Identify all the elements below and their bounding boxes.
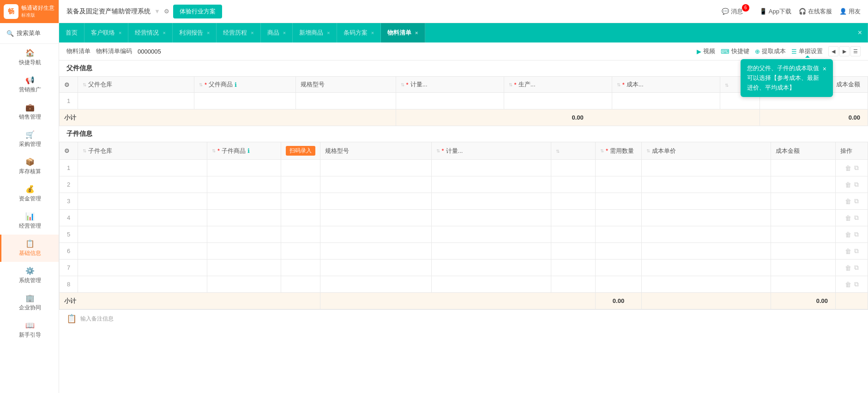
tab-new-product[interactable]: 新增商品 ×: [293, 23, 337, 42]
sidebar-item-finance[interactable]: 💰 资金管理: [0, 180, 59, 207]
nav-next-btn[interactable]: ▶: [839, 46, 850, 56]
sidebar-item-inventory[interactable]: 📦 库存核算: [0, 153, 59, 180]
child-row-7-spec[interactable]: [320, 260, 431, 276]
search-menu-button[interactable]: 🔍 搜索菜单: [4, 27, 55, 40]
child-row-1-unit[interactable]: [431, 160, 551, 176]
child-row-2-qty[interactable]: [595, 176, 641, 193]
nav-menu-btn[interactable]: ☰: [850, 46, 861, 56]
child-row-3-qty[interactable]: [595, 193, 641, 210]
child-row-8-qty[interactable]: [595, 276, 641, 293]
child-row-7-unit[interactable]: [431, 260, 551, 276]
child-row-5-cost-amount[interactable]: [771, 226, 836, 243]
copy-row-3-icon[interactable]: ⧉: [854, 197, 859, 205]
delete-row-3-icon[interactable]: 🗑: [845, 198, 851, 205]
child-row-4-spec[interactable]: [320, 210, 431, 226]
delete-row-2-icon[interactable]: 🗑: [845, 181, 851, 188]
view-action[interactable]: ▶ 视频: [697, 47, 715, 55]
tab-customers[interactable]: 客户联络 ×: [84, 23, 128, 42]
parent-row-1-production[interactable]: [504, 93, 612, 109]
child-row-3-unit-cost[interactable]: [641, 193, 771, 210]
online-service-action[interactable]: 🎧 在线客服: [799, 7, 832, 16]
child-row-6-cost-amount[interactable]: [771, 243, 836, 260]
child-row-2-spec[interactable]: [320, 176, 431, 193]
parent-row-1-warehouse[interactable]: [78, 93, 194, 109]
child-row-3-spec[interactable]: [320, 193, 431, 210]
parent-row-1-product[interactable]: [194, 93, 296, 109]
child-row-6-spec[interactable]: [320, 243, 431, 260]
nav-prev-btn[interactable]: ◀: [828, 46, 838, 56]
sidebar-item-purchase[interactable]: 🛒 采购管理: [0, 126, 59, 153]
child-row-1-qty[interactable]: [595, 160, 641, 176]
child-row-2-unit-cost[interactable]: [641, 176, 771, 193]
child-row-8-warehouse[interactable]: [78, 276, 207, 293]
child-row-1-spec[interactable]: [320, 160, 431, 176]
message-action[interactable]: 💬 消息 6: [722, 7, 752, 16]
bottom-note-text[interactable]: 输入备注信息: [80, 315, 114, 323]
parent-row-1-cost[interactable]: [612, 93, 720, 109]
cost-action[interactable]: ⊕ 提取成本: [755, 47, 786, 55]
tab-close-customers[interactable]: ×: [119, 30, 121, 36]
tab-close-history[interactable]: ×: [251, 30, 253, 36]
child-row-7-product[interactable]: [207, 260, 281, 276]
child-row-4-qty[interactable]: [595, 210, 641, 226]
tooltip-close-btn[interactable]: ×: [823, 64, 826, 74]
tab-operations[interactable]: 经营情况 ×: [128, 23, 172, 42]
child-row-5-product[interactable]: [207, 226, 281, 243]
settings-gear-icon[interactable]: ⚙: [64, 81, 70, 88]
child-row-6-unit[interactable]: [431, 243, 551, 260]
child-row-5-unit-cost[interactable]: [641, 226, 771, 243]
child-row-1-product[interactable]: [207, 160, 281, 176]
copy-row-7-icon[interactable]: ⧉: [854, 264, 859, 272]
child-row-6-product[interactable]: [207, 243, 281, 260]
tab-products[interactable]: 商品 ×: [261, 23, 293, 42]
child-row-3-warehouse[interactable]: [78, 193, 207, 210]
child-row-6-qty[interactable]: [595, 243, 641, 260]
sidebar-item-sales[interactable]: 💼 销售管理: [0, 98, 59, 126]
tab-home[interactable]: 首页: [59, 23, 84, 42]
experience-button[interactable]: 体验行业方案: [173, 5, 222, 18]
child-row-7-cost-amount[interactable]: [771, 260, 836, 276]
delete-row-4-icon[interactable]: 🗑: [845, 214, 851, 222]
child-row-2-unit[interactable]: [431, 176, 551, 193]
child-row-3-unit[interactable]: [431, 193, 551, 210]
tab-close-operations[interactable]: ×: [163, 30, 165, 36]
child-settings-gear-icon[interactable]: ⚙: [64, 147, 70, 154]
child-row-4-unit[interactable]: [431, 210, 551, 226]
sidebar-item-operations[interactable]: 📊 经营管理: [0, 207, 59, 235]
child-row-7-warehouse[interactable]: [78, 260, 207, 276]
child-row-8-product[interactable]: [207, 276, 281, 293]
child-row-4-product[interactable]: [207, 210, 281, 226]
tab-close-all[interactable]: ×: [852, 23, 868, 42]
copy-row-6-icon[interactable]: ⧉: [854, 247, 859, 255]
child-row-1-unit-cost[interactable]: [641, 160, 771, 176]
tab-close-new-product[interactable]: ×: [327, 30, 330, 36]
child-row-1-warehouse[interactable]: [78, 160, 207, 176]
child-row-1-cost-amount[interactable]: [771, 160, 836, 176]
delete-row-1-icon[interactable]: 🗑: [845, 164, 851, 172]
child-row-2-cost-amount[interactable]: [771, 176, 836, 193]
child-row-8-unit[interactable]: [431, 276, 551, 293]
sidebar-item-marketing[interactable]: 📢 营销推广: [0, 71, 59, 98]
delete-row-5-icon[interactable]: 🗑: [845, 231, 851, 238]
child-row-8-unit-cost[interactable]: [641, 276, 771, 293]
child-row-5-qty[interactable]: [595, 226, 641, 243]
sidebar-item-basic-info[interactable]: 📋 基础信息: [0, 235, 59, 262]
tab-close-profit[interactable]: ×: [207, 30, 210, 36]
child-row-4-unit-cost[interactable]: [641, 210, 771, 226]
child-row-7-unit-cost[interactable]: [641, 260, 771, 276]
tab-bom[interactable]: 物料清单 ×: [381, 23, 425, 42]
delete-row-7-icon[interactable]: 🗑: [845, 264, 851, 272]
child-row-3-product[interactable]: [207, 193, 281, 210]
sidebar-item-system[interactable]: ⚙️ 系统管理: [0, 262, 59, 289]
child-row-8-cost-amount[interactable]: [771, 276, 836, 293]
tab-history[interactable]: 经营历程 ×: [217, 23, 260, 42]
tab-close-products[interactable]: ×: [283, 30, 286, 36]
copy-row-2-icon[interactable]: ⧉: [854, 181, 859, 188]
parent-row-1-unit[interactable]: [396, 93, 504, 109]
copy-row-4-icon[interactable]: ⧉: [854, 214, 859, 222]
child-row-2-product[interactable]: [207, 176, 281, 193]
delete-row-8-icon[interactable]: 🗑: [845, 281, 851, 288]
child-row-7-qty[interactable]: [595, 260, 641, 276]
child-row-4-cost-amount[interactable]: [771, 210, 836, 226]
tab-profit[interactable]: 利润报告 ×: [173, 23, 217, 42]
